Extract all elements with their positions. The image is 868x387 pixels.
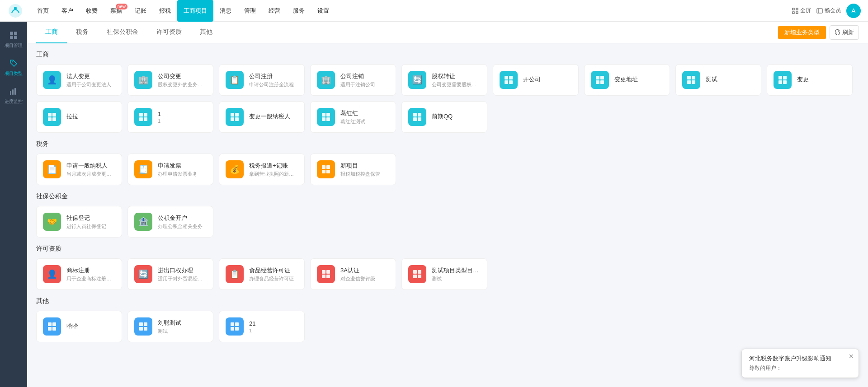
business-type-card[interactable]: 刘聪测试测试 (127, 311, 213, 342)
card-description: 用于企业商标注册服务 (66, 275, 115, 282)
card-icon: 🤝 (43, 213, 61, 231)
business-type-card[interactable]: 变更一般纳税人 (219, 101, 305, 133)
tab-税务[interactable]: 税务 (67, 22, 98, 43)
tab-工商[interactable]: 工商 (36, 22, 67, 43)
member-btn[interactable]: 畅会员 (816, 7, 841, 14)
nav-item-经营[interactable]: 经营 (262, 0, 287, 22)
card-text: 哈哈 (66, 322, 115, 331)
business-type-card[interactable]: 开公司 (493, 64, 579, 96)
card-title: 变更一般纳税人 (249, 112, 298, 121)
svg-rect-13 (10, 91, 11, 95)
svg-rect-45 (322, 113, 326, 117)
nav-item-管理[interactable]: 管理 (238, 0, 262, 22)
card-icon (134, 317, 152, 336)
business-type-card[interactable]: 🔄股权转让公司变更需要股权转让 (401, 64, 487, 96)
nav-item-报税[interactable]: 报税 (153, 0, 177, 22)
card-icon (500, 71, 518, 89)
business-type-card[interactable]: 拉拉 (36, 101, 122, 133)
card-description: 公司变更需要股权转让 (432, 81, 481, 88)
business-type-card[interactable]: 变更地址 (584, 64, 670, 96)
business-type-card[interactable]: 📄申请一般纳税人当月或次月成变更完成 (36, 154, 122, 185)
svg-rect-19 (505, 80, 508, 84)
business-type-card[interactable]: 3A认证对企业信誉评级 (310, 258, 396, 290)
svg-rect-10 (10, 36, 13, 39)
svg-rect-4 (793, 12, 794, 14)
card-icon (591, 71, 609, 89)
card-icon (134, 108, 152, 126)
tab-社保公积金[interactable]: 社保公积金 (98, 22, 147, 43)
tab-许可资质[interactable]: 许可资质 (147, 22, 191, 43)
nav-item-客户[interactable]: 客户 (55, 0, 80, 22)
card-icon: 📋 (226, 71, 244, 89)
card-description: 测试 (432, 275, 481, 282)
user-avatar[interactable]: A (846, 4, 861, 18)
business-type-card[interactable]: 211 (219, 311, 305, 342)
business-type-card[interactable]: 💰税务报道+记账拿到营业执照的新公司 (219, 154, 305, 185)
card-description: 适用于注销公司 (340, 81, 389, 88)
svg-rect-16 (17, 90, 17, 95)
svg-rect-57 (322, 270, 326, 274)
business-type-card[interactable]: 🏦公积金开户办理公积金相关业务 (127, 206, 213, 238)
card-text: 3A认证对企业信誉评级 (340, 266, 389, 282)
business-type-card[interactable]: 11 (127, 101, 213, 133)
business-type-card[interactable]: 🏢公司注销适用于注销公司 (310, 64, 396, 96)
business-type-card[interactable]: 👤商标注册用于企业商标注册服务 (36, 258, 122, 290)
business-type-card[interactable]: 测试 (675, 64, 761, 96)
tab-其他[interactable]: 其他 (191, 22, 222, 43)
card-text: 申请发票办理申请发票业务 (158, 162, 207, 177)
business-type-card[interactable]: 测试项目类型目定义测试 (401, 258, 487, 290)
nav-item-设置[interactable]: 设置 (311, 0, 335, 22)
sidebar-item-label: 项目类型 (5, 70, 23, 77)
cards-grid: 👤商标注册用于企业商标注册服务🔄进出口权办理适用于对外贸易经营者📋食品经营许可证… (36, 258, 859, 290)
card-description: 1 (249, 328, 298, 333)
card-description: 适用于公司变更法人 (66, 81, 115, 88)
business-type-card[interactable]: 前期QQ (401, 101, 487, 133)
card-title: 公司注册 (249, 72, 298, 80)
svg-rect-54 (326, 165, 330, 169)
card-icon: 📋 (226, 265, 244, 283)
card-icon (317, 265, 335, 283)
svg-rect-6 (817, 9, 822, 13)
card-text: 拉拉 (66, 112, 115, 121)
chart-icon (8, 86, 19, 97)
business-type-card[interactable]: 📋公司注册申请公司注册全流程 (219, 64, 305, 96)
sidebar-item-进度监控[interactable]: 进度监控 (0, 81, 27, 109)
business-type-card[interactable]: 🤝社保登记进行人员社保登记 (36, 206, 122, 238)
nav-item-服务[interactable]: 服务 (287, 0, 311, 22)
business-type-card[interactable]: 哈哈 (36, 311, 122, 342)
svg-rect-70 (144, 322, 147, 326)
fullscreen-btn[interactable]: 全屏 (792, 7, 811, 14)
business-type-card[interactable]: 🏢公司变更股权变更外的业务变更 (127, 64, 213, 96)
tab-actions: 新增业务类型 刷新 (778, 25, 859, 40)
sidebar-item-项目类型[interactable]: 项目类型 (0, 53, 27, 81)
card-icon (408, 265, 426, 283)
business-type-card[interactable]: 新项目报税加税控盘保管 (310, 154, 396, 185)
business-type-card[interactable]: 变更 (767, 64, 853, 96)
business-type-card[interactable]: 🧾申请发票办理申请发票业务 (127, 154, 213, 185)
business-type-card[interactable]: 🔄进出口权办理适用于对外贸易经营者 (127, 258, 213, 290)
nav-item-消息[interactable]: 消息 (213, 0, 238, 22)
card-title: 前期QQ (432, 112, 481, 121)
refresh-button[interactable]: 刷新 (830, 25, 859, 40)
app-logo[interactable] (7, 3, 24, 19)
nav-item-首页[interactable]: 首页 (31, 0, 55, 22)
nav-item-工商项目[interactable]: 工商项目 (177, 0, 213, 22)
svg-rect-74 (235, 322, 239, 326)
card-title: 刘聪测试 (158, 319, 207, 327)
business-type-card[interactable]: 📋食品经营许可证办理食品经营许可证 (219, 258, 305, 290)
business-type-card[interactable]: 👤法人变更适用于公司变更法人 (36, 64, 122, 96)
business-type-card[interactable]: 葛红红葛红红测试 (310, 101, 396, 133)
sidebar: 项目管理项目类型进度监控 (0, 22, 27, 387)
sidebar-item-项目管理[interactable]: 项目管理 (0, 25, 27, 53)
svg-rect-21 (596, 76, 599, 79)
nav-item-收费[interactable]: 收费 (80, 0, 104, 22)
nav-item-记账[interactable]: 记账 (128, 0, 153, 22)
card-description: 办理申请发票业务 (158, 171, 207, 177)
svg-rect-43 (231, 117, 234, 121)
card-title: 测试项目类型目定义 (432, 266, 481, 275)
card-text: 测试 (706, 75, 755, 84)
nav-item-票据[interactable]: 票据new (104, 0, 128, 22)
new-type-button[interactable]: 新增业务类型 (778, 26, 826, 39)
notification-close-button[interactable]: ✕ (849, 353, 854, 360)
card-text: 变更地址 (614, 75, 663, 84)
